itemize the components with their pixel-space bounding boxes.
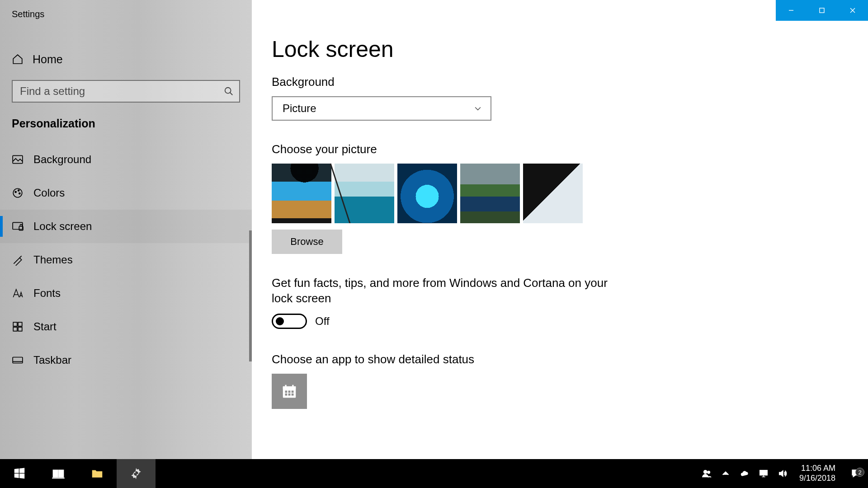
svg-rect-26 xyxy=(285,393,288,395)
picture-thumb-5[interactable] xyxy=(523,164,583,223)
svg-line-1 xyxy=(230,93,233,95)
windows-icon xyxy=(13,467,26,480)
svg-rect-13 xyxy=(13,357,23,363)
svg-rect-28 xyxy=(292,393,294,395)
taskbar-time: 11:06 AM xyxy=(799,464,835,474)
taskbar-date: 9/16/2018 xyxy=(799,474,835,483)
svg-rect-20 xyxy=(283,386,296,389)
sidebar-item-label: Taskbar xyxy=(33,354,71,366)
svg-point-32 xyxy=(704,470,707,474)
onedrive-tray-icon[interactable] xyxy=(738,459,751,488)
sidebar-item-themes[interactable]: Themes xyxy=(0,243,252,277)
svg-point-5 xyxy=(18,190,19,191)
people-tray-icon[interactable] xyxy=(700,459,713,488)
taskbar: 11:06 AM 9/16/2018 2 xyxy=(0,459,868,488)
sidebar-item-taskbar[interactable]: Taskbar xyxy=(0,343,252,377)
sidebar: Settings Home Personalization Background… xyxy=(0,0,252,459)
picture-thumb-3[interactable] xyxy=(397,164,457,223)
folder-icon xyxy=(90,467,104,480)
svg-rect-7 xyxy=(13,222,23,229)
themes-icon xyxy=(12,254,24,266)
svg-point-0 xyxy=(225,88,231,94)
sidebar-item-label: Fonts xyxy=(33,287,61,300)
maximize-button[interactable] xyxy=(807,0,837,21)
monitor-icon xyxy=(759,469,769,479)
content-area: Lock screen Background Picture Choose yo… xyxy=(252,0,868,459)
background-label: Background xyxy=(272,75,841,89)
svg-rect-25 xyxy=(292,390,294,393)
svg-rect-27 xyxy=(288,393,291,395)
svg-rect-9 xyxy=(13,322,17,326)
colors-icon xyxy=(12,187,24,199)
picture-thumb-1[interactable] xyxy=(272,164,331,223)
network-tray-icon[interactable] xyxy=(757,459,770,488)
svg-rect-16 xyxy=(820,8,824,13)
notification-badge: 2 xyxy=(855,468,864,477)
sidebar-item-colors[interactable]: Colors xyxy=(0,176,252,210)
fun-facts-toggle-state: Off xyxy=(315,315,330,328)
sidebar-item-label: Start xyxy=(33,320,57,333)
detailed-status-app-slot[interactable] xyxy=(272,374,307,409)
taskview-icon xyxy=(52,467,65,480)
picture-thumb-2[interactable] xyxy=(335,164,394,223)
lock-screen-icon xyxy=(12,221,24,232)
gear-icon xyxy=(129,467,143,480)
search-icon xyxy=(224,86,234,96)
svg-rect-10 xyxy=(18,322,22,326)
picture-thumb-4[interactable] xyxy=(460,164,520,223)
chevron-up-icon xyxy=(721,469,731,479)
fun-facts-label: Get fun facts, tips, and more from Windo… xyxy=(272,276,615,306)
sidebar-home[interactable]: Home xyxy=(0,47,252,72)
people-icon xyxy=(702,469,712,479)
dropdown-value: Picture xyxy=(283,102,316,115)
cloud-icon xyxy=(740,469,750,479)
action-center-button[interactable]: 2 xyxy=(845,468,866,479)
svg-point-4 xyxy=(15,191,16,192)
volume-tray-icon[interactable] xyxy=(776,459,789,488)
picture-thumbnails xyxy=(272,164,841,223)
svg-rect-34 xyxy=(760,470,768,475)
sidebar-item-label: Colors xyxy=(33,187,65,199)
fun-facts-toggle-row: Off xyxy=(272,314,841,329)
fonts-icon xyxy=(12,287,24,299)
window-controls xyxy=(776,0,868,21)
sidebar-item-lock-screen[interactable]: Lock screen xyxy=(0,210,252,243)
browse-button[interactable]: Browse xyxy=(272,230,342,254)
sidebar-item-background[interactable]: Background xyxy=(0,143,252,176)
search-field[interactable] xyxy=(20,85,224,98)
svg-point-6 xyxy=(19,193,20,194)
svg-rect-24 xyxy=(288,390,291,393)
sidebar-item-label: Lock screen xyxy=(33,220,92,233)
background-icon xyxy=(12,154,24,165)
detailed-status-label: Choose an app to show detailed status xyxy=(272,352,841,366)
close-button[interactable] xyxy=(837,0,868,21)
choose-picture-label: Choose your picture xyxy=(272,142,841,156)
sidebar-section-title: Personalization xyxy=(0,117,252,130)
speaker-icon xyxy=(778,469,788,479)
search-input[interactable] xyxy=(12,80,240,103)
svg-point-33 xyxy=(708,471,710,474)
calendar-icon xyxy=(281,383,298,400)
home-icon xyxy=(12,53,24,65)
sidebar-item-start[interactable]: Start xyxy=(0,310,252,343)
background-dropdown[interactable]: Picture xyxy=(272,96,491,121)
svg-rect-29 xyxy=(53,470,58,477)
sidebar-home-label: Home xyxy=(33,53,63,66)
start-icon xyxy=(12,321,24,333)
taskbar-clock[interactable]: 11:06 AM 9/16/2018 xyxy=(795,464,840,483)
tray-expand-icon[interactable] xyxy=(719,459,732,488)
window-title: Settings xyxy=(0,9,252,19)
svg-rect-30 xyxy=(59,470,63,477)
settings-app-button[interactable] xyxy=(117,459,156,488)
svg-rect-12 xyxy=(18,327,22,331)
minimize-button[interactable] xyxy=(776,0,807,21)
file-explorer-button[interactable] xyxy=(78,459,117,488)
taskview-button[interactable] xyxy=(39,459,78,488)
page-title: Lock screen xyxy=(272,36,841,62)
start-button[interactable] xyxy=(0,459,39,488)
chevron-down-icon xyxy=(473,104,482,113)
sidebar-item-label: Themes xyxy=(33,253,73,266)
svg-rect-23 xyxy=(285,390,288,393)
fun-facts-toggle[interactable] xyxy=(272,314,307,329)
sidebar-item-fonts[interactable]: Fonts xyxy=(0,277,252,310)
